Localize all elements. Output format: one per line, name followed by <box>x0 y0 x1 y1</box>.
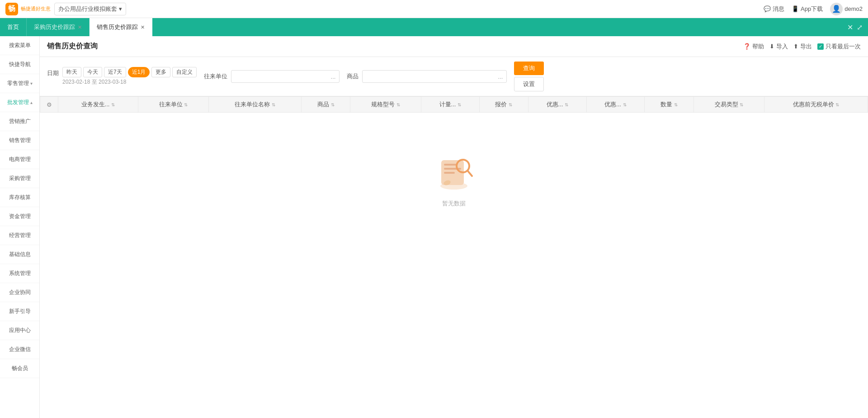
date-range-text: 2023-02-18 至 2023-03-18 <box>62 78 197 86</box>
sidebar-item-marketing[interactable]: 营销推广 <box>0 112 39 131</box>
only-last-checkbox[interactable]: ✓ <box>817 43 824 50</box>
date-filter-label: 日期 <box>47 67 59 80</box>
import-label: 导入 <box>776 43 788 51</box>
table-header-row: ⚙ 业务发生... ⇅ 往来单位 ⇅ 往来单位名称 <box>40 97 868 113</box>
col-discount1-label: 优惠... <box>547 101 563 108</box>
sidebar-wholesale-label: 批发管理 <box>7 99 29 106</box>
sort-icon-7: ⇅ <box>509 102 512 107</box>
export-btn[interactable]: ⬆ 导出 <box>793 43 812 51</box>
col-partner-id[interactable]: 往来单位 ⇅ <box>138 97 209 113</box>
col-partner-name-label: 往来单位名称 <box>235 101 270 108</box>
partner-filter-input[interactable]: ... <box>231 70 340 83</box>
app-download-label: App下载 <box>801 5 823 13</box>
sidebar-ecommerce-label: 电商管理 <box>9 156 31 162</box>
date-btn-more[interactable]: 更多 <box>151 67 170 77</box>
empty-illustration <box>431 149 476 194</box>
only-last-checkbox-label[interactable]: ✓ 只看最后一次 <box>817 43 861 51</box>
col-spec[interactable]: 规格型号 ⇅ <box>350 97 421 113</box>
sidebar-search-label: 搜索菜单 <box>9 42 31 48</box>
tab-sales[interactable]: 销售历史价跟踪 ✕ <box>90 18 152 36</box>
page-header: 销售历史价查询 ❓ 帮助 ⬇ 导入 ⬆ 导出 ✓ 只看最后一次 <box>40 36 868 57</box>
help-icon: ❓ <box>743 43 750 50</box>
user-menu[interactable]: 👤 demo2 <box>830 3 863 15</box>
message-btn[interactable]: 💬 消息 <box>764 5 784 13</box>
col-discount2-label: 优惠... <box>604 101 621 108</box>
sidebar-item-sales-mgmt[interactable]: 销售管理 <box>0 131 39 150</box>
tab-purchase[interactable]: 采购历史价跟踪 ✕ <box>27 18 90 36</box>
col-biz-date[interactable]: 业务发生... ⇅ <box>58 97 138 113</box>
sidebar-operations-label: 经营管理 <box>9 232 31 238</box>
sidebar-item-enterprise[interactable]: 企业协同 <box>0 283 39 302</box>
sidebar-item-wechat[interactable]: 企业微信 <box>0 340 39 359</box>
query-button[interactable]: 查询 <box>514 62 544 75</box>
sidebar-item-basics[interactable]: 基础信息 <box>0 245 39 264</box>
sidebar-item-finance[interactable]: 资金管理 <box>0 207 39 226</box>
sidebar-inventory-label: 库存核算 <box>9 194 31 200</box>
date-btn-1month[interactable]: 近1月 <box>128 67 150 77</box>
sort-icon-5: ⇅ <box>396 102 400 107</box>
partner-filter-label: 往来单位 <box>204 70 227 83</box>
col-gear[interactable]: ⚙ <box>40 97 58 113</box>
col-unit[interactable]: 计量... ⇅ <box>421 97 480 113</box>
sidebar-retail-label: 零售管理 <box>7 80 29 87</box>
sidebar-quick-label: 快捷导航 <box>9 61 31 67</box>
account-selector[interactable]: 办公用品行业模拟账套 ▾ <box>54 3 126 15</box>
sidebar-item-newbie[interactable]: 新手引导 <box>0 302 39 321</box>
sidebar-item-purchase[interactable]: 采购管理 <box>0 169 39 188</box>
sort-icon-2: ⇅ <box>184 102 188 107</box>
empty-row: 暂无数据 <box>40 113 868 244</box>
avatar: 👤 <box>830 3 843 15</box>
sidebar-system-label: 系统管理 <box>9 270 31 276</box>
import-btn[interactable]: ⬇ 导入 <box>769 43 788 51</box>
sidebar-item-wholesale[interactable]: 批发管理 ▴ <box>0 93 39 112</box>
col-discount2[interactable]: 优惠... ⇅ <box>586 97 645 113</box>
col-quote[interactable]: 报价 ⇅ <box>479 97 528 113</box>
tab-maximize-icon[interactable]: ⤢ <box>857 23 863 32</box>
filter-row: 日期 昨天 今天 近7天 近1月 更多 自定义 2023-02-18 至 202… <box>47 62 861 96</box>
col-product-label: 商品 <box>317 101 329 108</box>
tab-close-all-icon[interactable]: ✕ <box>847 23 853 32</box>
chevron-up-icon: ▴ <box>30 100 33 105</box>
date-btns: 昨天 今天 近7天 近1月 更多 自定义 <box>62 67 197 77</box>
export-icon: ⬆ <box>793 43 798 50</box>
tab-purchase-close[interactable]: ✕ <box>78 24 82 30</box>
col-partner-name[interactable]: 往来单位名称 ⇅ <box>209 97 302 113</box>
date-btn-7days[interactable]: 近7天 <box>104 67 126 77</box>
tab-home[interactable]: 首页 <box>0 18 27 36</box>
tab-controls: ✕ ⤢ <box>842 23 868 32</box>
app-download-btn[interactable]: 📱 App下载 <box>792 5 823 13</box>
col-discount1[interactable]: 优惠... ⇅ <box>528 97 587 113</box>
sort-icon-3: ⇅ <box>272 102 275 107</box>
date-btn-custom[interactable]: 自定义 <box>172 67 197 77</box>
date-btn-today[interactable]: 今天 <box>83 67 102 77</box>
sidebar-item-retail[interactable]: 零售管理 ▾ <box>0 74 39 93</box>
tab-purchase-label: 采购历史价跟踪 <box>34 23 75 31</box>
col-pre-tax-price[interactable]: 优惠前无税单价 ⇅ <box>764 97 868 113</box>
sidebar-item-ecommerce[interactable]: 电商管理 <box>0 150 39 169</box>
sort-icon: ⇅ <box>111 102 115 107</box>
help-btn[interactable]: ❓ 帮助 <box>743 43 764 51</box>
chevron-down-icon: ▾ <box>119 5 122 12</box>
gear-settings-icon[interactable]: ⚙ <box>47 101 52 108</box>
partner-filter-group: 往来单位 ... <box>204 70 340 83</box>
sort-icon-12: ⇅ <box>835 102 839 107</box>
tab-bar: 首页 采购历史价跟踪 ✕ 销售历史价跟踪 ✕ ✕ ⤢ <box>0 18 868 36</box>
col-product[interactable]: 商品 ⇅ <box>301 97 350 113</box>
sidebar-item-system[interactable]: 系统管理 <box>0 264 39 283</box>
settings-button[interactable]: 设置 <box>514 77 544 91</box>
tab-sales-close[interactable]: ✕ <box>141 24 145 30</box>
sidebar-item-inventory[interactable]: 库存核算 <box>0 188 39 207</box>
sidebar-item-search[interactable]: 搜索菜单 <box>0 36 39 55</box>
col-unit-label: 计量... <box>439 101 456 108</box>
sidebar-item-member[interactable]: 畅会员 <box>0 359 39 378</box>
empty-state: 暂无数据 <box>40 113 868 244</box>
sidebar-item-operations[interactable]: 经营管理 <box>0 226 39 245</box>
product-filter-input[interactable]: ... <box>362 70 507 83</box>
date-btn-yesterday[interactable]: 昨天 <box>62 67 81 77</box>
page-title: 销售历史价查询 <box>47 42 98 51</box>
sidebar-item-quick[interactable]: 快捷导航 <box>0 55 39 74</box>
col-trade-type[interactable]: 交易类型 ⇅ <box>693 97 764 113</box>
export-label: 导出 <box>800 43 812 51</box>
col-qty[interactable]: 数量 ⇅ <box>645 97 693 113</box>
sidebar-item-apps[interactable]: 应用中心 <box>0 321 39 340</box>
